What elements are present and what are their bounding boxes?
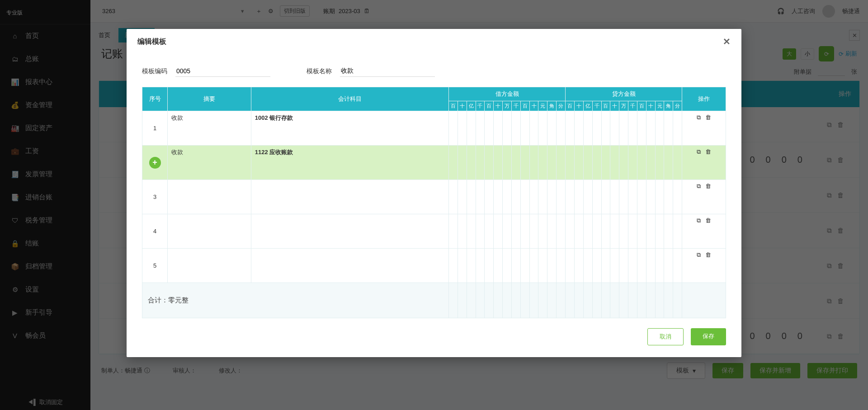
debit-digit-cell[interactable]	[538, 214, 547, 249]
debit-digit-cell[interactable]	[529, 146, 538, 180]
credit-digit-cell[interactable]	[583, 214, 592, 249]
credit-digit-cell[interactable]	[628, 214, 637, 249]
copy-row-icon[interactable]: ⧉	[697, 217, 701, 224]
copy-row-icon[interactable]: ⧉	[697, 251, 701, 259]
credit-digit-cell[interactable]	[592, 111, 601, 146]
modal-close-button[interactable]: ✕	[723, 36, 731, 47]
credit-digit-cell[interactable]	[628, 146, 637, 180]
debit-digit-cell[interactable]	[529, 180, 538, 214]
subject-cell[interactable]: 1002 银行存款	[251, 111, 448, 146]
debit-digit-cell[interactable]	[467, 214, 476, 249]
template-name-input[interactable]	[340, 66, 435, 77]
debit-digit-cell[interactable]	[494, 146, 503, 180]
credit-digit-cell[interactable]	[637, 249, 646, 283]
delete-row-icon[interactable]: 🗑	[705, 217, 711, 224]
credit-digit-cell[interactable]	[610, 214, 619, 249]
summary-cell[interactable]: 收款	[168, 111, 251, 146]
debit-digit-cell[interactable]	[467, 249, 476, 283]
credit-digit-cell[interactable]	[637, 214, 646, 249]
debit-digit-cell[interactable]	[511, 146, 520, 180]
credit-digit-cell[interactable]	[575, 214, 584, 249]
debit-digit-cell[interactable]	[503, 180, 512, 214]
credit-digit-cell[interactable]	[583, 249, 592, 283]
credit-digit-cell[interactable]	[601, 214, 610, 249]
debit-digit-cell[interactable]	[449, 214, 458, 249]
credit-digit-cell[interactable]	[673, 249, 682, 283]
credit-digit-cell[interactable]	[628, 111, 637, 146]
subject-cell[interactable]	[251, 214, 448, 249]
credit-digit-cell[interactable]	[637, 146, 646, 180]
summary-cell[interactable]	[168, 180, 251, 214]
debit-digit-cell[interactable]	[511, 214, 520, 249]
debit-digit-cell[interactable]	[520, 146, 529, 180]
summary-cell[interactable]	[168, 249, 251, 283]
credit-digit-cell[interactable]	[646, 214, 655, 249]
debit-digit-cell[interactable]	[503, 146, 512, 180]
subject-cell[interactable]: 1122 应收账款	[251, 146, 448, 180]
credit-digit-cell[interactable]	[619, 180, 628, 214]
debit-digit-cell[interactable]	[449, 111, 458, 146]
debit-digit-cell[interactable]	[557, 146, 566, 180]
credit-digit-cell[interactable]	[566, 214, 575, 249]
delete-row-icon[interactable]: 🗑	[705, 251, 711, 258]
credit-digit-cell[interactable]	[575, 249, 584, 283]
credit-digit-cell[interactable]	[566, 146, 575, 180]
debit-digit-cell[interactable]	[476, 146, 485, 180]
credit-digit-cell[interactable]	[575, 146, 584, 180]
template-row[interactable]: 4⧉🗑	[142, 214, 726, 249]
debit-digit-cell[interactable]	[503, 111, 512, 146]
debit-digit-cell[interactable]	[494, 111, 503, 146]
credit-digit-cell[interactable]	[619, 111, 628, 146]
credit-digit-cell[interactable]	[601, 146, 610, 180]
delete-row-icon[interactable]: 🗑	[705, 148, 711, 155]
credit-digit-cell[interactable]	[673, 146, 682, 180]
credit-digit-cell[interactable]	[646, 249, 655, 283]
credit-digit-cell[interactable]	[637, 180, 646, 214]
credit-digit-cell[interactable]	[583, 111, 592, 146]
credit-digit-cell[interactable]	[583, 146, 592, 180]
debit-digit-cell[interactable]	[529, 111, 538, 146]
credit-digit-cell[interactable]	[673, 214, 682, 249]
debit-digit-cell[interactable]	[557, 111, 566, 146]
credit-digit-cell[interactable]	[646, 180, 655, 214]
debit-digit-cell[interactable]	[511, 180, 520, 214]
credit-digit-cell[interactable]	[566, 111, 575, 146]
debit-digit-cell[interactable]	[538, 249, 547, 283]
template-row[interactable]: 3⧉🗑	[142, 180, 726, 214]
debit-digit-cell[interactable]	[458, 249, 467, 283]
debit-digit-cell[interactable]	[529, 214, 538, 249]
debit-digit-cell[interactable]	[547, 111, 557, 146]
debit-digit-cell[interactable]	[538, 146, 547, 180]
credit-digit-cell[interactable]	[601, 180, 610, 214]
debit-digit-cell[interactable]	[547, 249, 557, 283]
credit-digit-cell[interactable]	[619, 249, 628, 283]
debit-digit-cell[interactable]	[529, 249, 538, 283]
credit-digit-cell[interactable]	[673, 111, 682, 146]
credit-digit-cell[interactable]	[610, 111, 619, 146]
debit-digit-cell[interactable]	[557, 249, 566, 283]
credit-digit-cell[interactable]	[619, 146, 628, 180]
credit-digit-cell[interactable]	[637, 111, 646, 146]
debit-digit-cell[interactable]	[476, 214, 485, 249]
debit-digit-cell[interactable]	[467, 146, 476, 180]
debit-digit-cell[interactable]	[467, 111, 476, 146]
add-row-button[interactable]: +	[149, 157, 161, 169]
credit-digit-cell[interactable]	[655, 146, 664, 180]
credit-digit-cell[interactable]	[655, 111, 664, 146]
debit-digit-cell[interactable]	[485, 249, 494, 283]
debit-digit-cell[interactable]	[458, 180, 467, 214]
debit-digit-cell[interactable]	[557, 180, 566, 214]
credit-digit-cell[interactable]	[664, 111, 673, 146]
debit-digit-cell[interactable]	[511, 249, 520, 283]
template-code-input[interactable]	[175, 66, 270, 77]
summary-cell[interactable]	[168, 214, 251, 249]
template-row[interactable]: 1收款1002 银行存款⧉🗑	[142, 111, 726, 146]
debit-digit-cell[interactable]	[511, 111, 520, 146]
debit-digit-cell[interactable]	[485, 146, 494, 180]
debit-digit-cell[interactable]	[467, 180, 476, 214]
credit-digit-cell[interactable]	[655, 214, 664, 249]
credit-digit-cell[interactable]	[575, 111, 584, 146]
subject-cell[interactable]	[251, 180, 448, 214]
credit-digit-cell[interactable]	[628, 249, 637, 283]
credit-digit-cell[interactable]	[628, 180, 637, 214]
